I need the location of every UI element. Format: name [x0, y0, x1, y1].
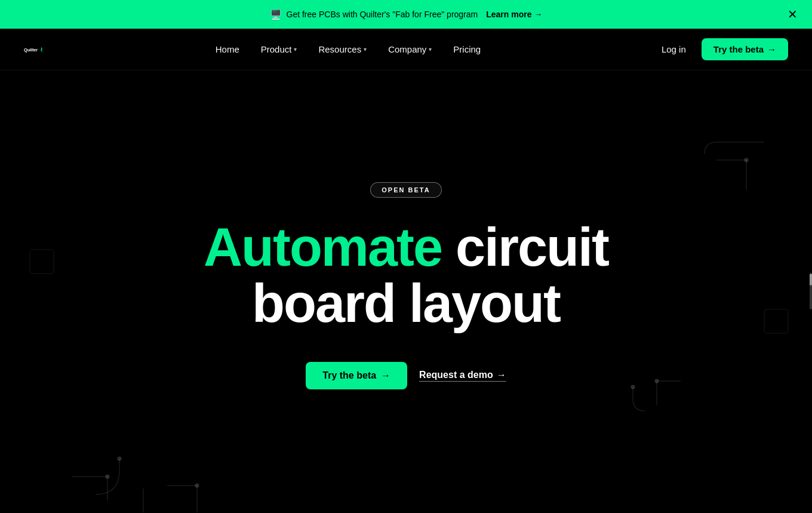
svg-point-7 — [745, 158, 748, 162]
hero-headline-line2: board layout — [252, 274, 560, 333]
nav-home[interactable]: Home — [207, 39, 248, 59]
hero-cta-primary-arrow: → — [381, 370, 390, 381]
svg-rect-9 — [764, 309, 788, 333]
nav-company-label: Company — [388, 44, 426, 54]
nav-resources-label: Resources — [318, 44, 361, 54]
announcement-link[interactable]: Learn more → — [486, 10, 542, 19]
announcement-message: Get free PCBs with Quilter's "Fab for Fr… — [287, 10, 478, 19]
nav-pricing[interactable]: Pricing — [445, 39, 489, 59]
logo-icon: Quilter — [24, 40, 43, 59]
announcement-link-text: Learn more — [486, 10, 531, 19]
login-button[interactable]: Log in — [653, 39, 694, 59]
navbar-try-beta-button[interactable]: Try the beta → — [702, 38, 788, 60]
hero-badge-text: OPEN BETA — [382, 186, 430, 193]
navbar-cta-arrow: → — [767, 44, 776, 54]
navbar-cta-label: Try the beta — [713, 44, 764, 54]
svg-point-4 — [195, 484, 199, 487]
svg-point-3 — [118, 457, 121, 460]
logo[interactable]: Quilter — [24, 40, 43, 59]
nav-company[interactable]: Company ▾ — [380, 39, 440, 59]
product-chevron-icon: ▾ — [294, 46, 297, 53]
nav-pricing-label: Pricing — [453, 44, 481, 54]
svg-point-6 — [631, 385, 635, 389]
hero-cta-secondary-arrow: → — [497, 370, 506, 380]
logo-wordmark: Quilter — [24, 40, 43, 59]
nav-links: Home Product ▾ Resources ▾ Company ▾ Pri… — [207, 39, 489, 59]
hero-section: OPEN BETA Automate circuit board layout … — [0, 70, 812, 512]
hero-headline: Automate circuit board layout — [204, 219, 608, 332]
nav-product-label: Product — [261, 44, 292, 54]
navbar: Quilter Home Product ▾ Resources ▾ Compa… — [0, 29, 812, 70]
nav-product[interactable]: Product ▾ — [253, 39, 306, 59]
hero-actions: Try the beta → Request a demo → — [306, 362, 506, 389]
announcement-link-arrow: → — [534, 10, 542, 19]
scroll-thumb — [810, 274, 812, 285]
svg-point-2 — [106, 475, 109, 478]
hero-badge: OPEN BETA — [370, 182, 441, 198]
navbar-actions: Log in Try the beta → — [653, 38, 788, 60]
nav-home-label: Home — [216, 44, 239, 54]
announcement-bar: 🖥️ Get free PCBs with Quilter's "Fab for… — [0, 0, 812, 29]
svg-marker-1 — [41, 47, 43, 53]
announcement-icon: 🖥️ — [270, 9, 282, 20]
hero-request-demo-button[interactable]: Request a demo → — [419, 370, 506, 382]
svg-rect-8 — [30, 250, 54, 274]
svg-point-5 — [655, 379, 659, 383]
hero-cta-secondary-label: Request a demo — [419, 370, 493, 380]
svg-text:Quilter: Quilter — [24, 47, 38, 53]
resources-chevron-icon: ▾ — [364, 46, 367, 53]
scroll-hint — [810, 274, 812, 309]
hero-headline-green: Automate — [204, 217, 442, 277]
hero-headline-white-1: circuit — [442, 217, 608, 277]
announcement-text: 🖥️ Get free PCBs with Quilter's "Fab for… — [270, 9, 543, 20]
announcement-close-button[interactable]: ✕ — [785, 6, 800, 23]
hero-try-beta-button[interactable]: Try the beta → — [306, 362, 407, 389]
hero-cta-primary-label: Try the beta — [322, 370, 376, 381]
nav-resources[interactable]: Resources ▾ — [310, 39, 375, 59]
company-chevron-icon: ▾ — [429, 46, 432, 53]
